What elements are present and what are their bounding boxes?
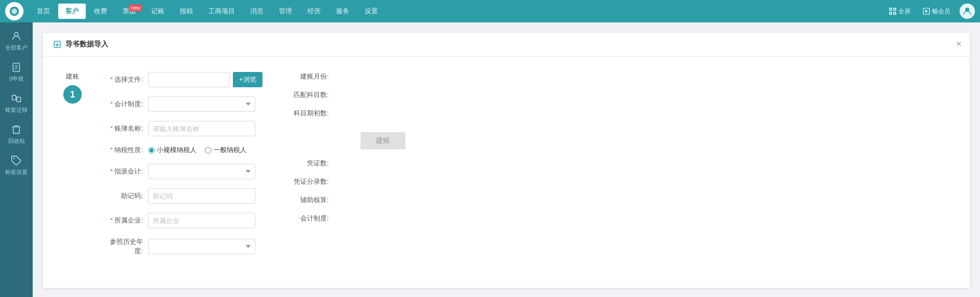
nav-messages[interactable]: 消息 [243,4,271,19]
ledger-name-row: 账簿名称: [102,121,262,136]
accounting-system-select[interactable] [148,96,255,112]
svg-rect-10 [12,95,16,100]
nav-tax[interactable]: 报税 [173,4,200,19]
build-button-container: 建账 [283,127,405,150]
nav-services[interactable]: 服务 [329,4,356,19]
month-row: 建账月份: [283,72,405,81]
person-icon [11,31,22,42]
content-area: 导爷数据导入 × 建账 1 选择文件: [33,22,980,297]
svg-rect-1 [890,8,892,10]
svg-marker-6 [925,10,928,13]
memo-input[interactable] [148,188,255,204]
tag-icon [11,155,22,166]
match-label: 匹配科目数: [283,90,329,100]
nav-management[interactable]: 管理 [272,4,299,19]
nav-clients[interactable]: 客户 [58,4,86,19]
nav-business[interactable]: 工商项目 [201,4,242,19]
file-input[interactable] [148,72,230,87]
sidebar-item-recycle[interactable]: 回收站 [1,120,32,149]
accountant-row: 指派会计: [102,164,262,179]
step-indicator: 建账 1 [63,72,82,104]
file-label: 选择文件: [102,75,143,84]
sidebar-item-tags[interactable]: 标签设置 [1,151,32,180]
sidebar-item-all-clients[interactable]: 全部客户 [1,27,32,56]
sidebar-label-all-clients: 全部客户 [5,44,28,52]
step-section: 建账 1 选择文件: +浏览 [63,72,949,265]
history-year-label: 参照历史年度: [102,237,143,256]
file-select-row: 选择文件: +浏览 [102,72,262,87]
month-label: 建账月份: [283,72,329,81]
main-layout: 全部客户 0申报 账套迁移 回收站 [0,22,980,297]
history-year-select[interactable] [148,239,255,254]
svg-rect-4 [894,12,896,14]
svg-point-8 [14,33,18,36]
trash-icon [11,124,22,135]
member-label: 畅会员 [932,7,950,16]
sidebar-label-declare: 0申报 [9,75,23,83]
nav-home[interactable]: 首页 [30,4,57,19]
nav-settings[interactable]: 设置 [357,4,385,19]
voucher-entries-row: 凭证分录数: [283,177,405,186]
ledger-name-label: 账簿名称: [102,124,143,133]
import-dialog: 导爷数据导入 × 建账 1 选择文件: [43,33,970,288]
migrate-icon [11,93,22,104]
build-button: 建账 [361,132,405,150]
step-badge: 1 [63,85,82,104]
tax-small-label: 小规模纳税人 [157,145,197,155]
step-label: 建账 [66,72,79,81]
svg-rect-2 [894,8,896,10]
tax-small-input[interactable] [148,147,155,154]
svg-rect-11 [17,97,20,102]
voucher-label: 凭证数: [283,159,329,168]
history-year-row: 参照历史年度: [102,237,262,256]
nav-menu: 首页 客户 收费 票据 new 记账 报税 工商项目 消息 管理 经营 服务 设… [30,4,886,19]
sidebar: 全部客户 0申报 账套迁移 回收站 [0,22,33,297]
nav-accounts[interactable]: 记账 [144,4,172,19]
voucher-entries-label: 凭证分录数: [283,177,329,186]
top-navigation: 首页 客户 收费 票据 new 记账 报税 工商项目 消息 管理 经营 服务 设… [0,0,980,22]
nav-invoices[interactable]: 票据 new [115,4,143,19]
user-icon [963,7,972,16]
svg-rect-3 [890,12,892,14]
fullscreen-label: 全屏 [898,7,911,16]
tax-general-label: 一般纳税人 [213,145,247,155]
memo-row: 助记码: [102,188,262,204]
company-row: 所属企业: [102,213,262,228]
tax-type-row: 纳税性质: 小规模纳税人 一般纳税人 [102,145,262,155]
sidebar-label-recycle: 回收站 [8,137,25,145]
company-label: 所属企业: [102,216,143,225]
sidebar-item-migrate[interactable]: 账套迁移 [1,89,32,118]
info-accounting-label: 会计制度: [283,214,329,223]
tax-general-input[interactable] [205,147,211,154]
tax-general-radio[interactable]: 一般纳税人 [205,145,247,155]
play-icon [923,8,930,15]
voucher-row: 凭证数: [283,159,405,168]
initial-label: 科目期初数: [283,109,329,118]
tax-small-radio[interactable]: 小规模纳税人 [148,145,197,155]
close-button[interactable]: × [956,39,962,50]
initial-row: 科目期初数: [283,109,405,118]
tax-type-label: 纳税性质: [102,145,143,155]
accountant-label: 指派会计: [102,167,143,176]
accountant-select[interactable] [148,164,255,179]
dialog-title: 导爷数据导入 [65,40,108,49]
company-input[interactable] [148,213,255,228]
member-button[interactable]: 畅会员 [920,6,953,17]
nav-operations[interactable]: 经营 [300,4,328,19]
nav-fees[interactable]: 收费 [87,4,114,19]
topnav-right: 全屏 畅会员 [886,4,975,19]
memo-label: 助记码: [102,191,143,201]
tax-radio-group: 小规模纳税人 一般纳税人 [148,145,247,155]
fullscreen-icon [889,8,896,15]
dialog-body: 建账 1 选择文件: +浏览 [43,57,970,280]
browse-button[interactable]: +浏览 [233,72,262,87]
ledger-name-input[interactable] [148,121,255,136]
avatar[interactable] [960,4,975,19]
fullscreen-button[interactable]: 全屏 [886,6,914,17]
sidebar-item-declare[interactable]: 0申报 [1,58,32,87]
match-row: 匹配科目数: [283,90,405,100]
form-left: 选择文件: +浏览 会计制度: [102,72,262,265]
import-icon [53,40,61,48]
accounting-system-row: 会计制度: [102,96,262,112]
new-badge: new [129,5,142,11]
